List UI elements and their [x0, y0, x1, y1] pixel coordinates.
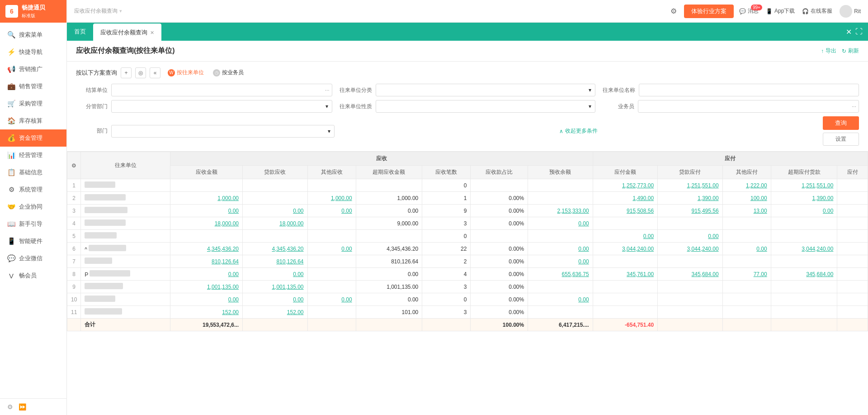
scheme-by-salesperson[interactable]: ◷ 按业务员: [209, 67, 247, 78]
partner-cell: [81, 205, 170, 217]
cell: [356, 230, 422, 243]
ar-count-cell: 4: [422, 268, 471, 281]
sidebar-item-9[interactable]: ⚙系统管理: [0, 181, 66, 198]
row-num: 1: [67, 179, 81, 192]
ar-count-cell: 1: [422, 192, 471, 205]
footer-ar-other: [307, 319, 356, 331]
sidebar-label-10: 企业协同: [19, 203, 42, 211]
filter-grid-row3: 部门 ▾ ∧ 收起更多条件 查询 设置: [76, 116, 859, 146]
cell: 13.00: [722, 205, 771, 217]
th-ap-loan: 贷款应付: [658, 166, 722, 179]
sidebar-item-1[interactable]: ⚡快捷导航: [0, 43, 66, 61]
cell: [170, 179, 243, 192]
partner-name-field[interactable]: [639, 84, 859, 96]
tab-maximize-icon[interactable]: ⛶: [855, 28, 863, 36]
dept-manage-select[interactable]: ▾: [111, 100, 332, 113]
cell: [771, 306, 837, 319]
cell: [837, 306, 868, 319]
sidebar-item-2[interactable]: 📢营销推广: [0, 61, 66, 78]
table-row: 6 ^ 4,345,436.20 4,345,436.20 0.00 4,345…: [67, 243, 868, 255]
filter-dept-manage: 分管部门 ▾: [76, 100, 332, 113]
sidebar-item-5[interactable]: 🏠库存核算: [0, 112, 66, 129]
user-menu[interactable]: Rit: [840, 5, 861, 18]
sidebar-item-0[interactable]: 🔍搜索菜单: [0, 26, 66, 43]
filter-collapse-btn[interactable]: «: [150, 67, 160, 78]
message-button[interactable]: 💬 消息 99+: [739, 7, 759, 15]
tab-home[interactable]: 首页: [67, 23, 93, 41]
ar-pct-cell: 0.00%: [471, 243, 528, 255]
footer-ap-other: [722, 319, 771, 331]
table-row: 2 1,000.00 1,000.00 1,000.00 1 0.00% 1,4…: [67, 192, 868, 205]
partner-cell: P: [81, 268, 170, 281]
sidebar-icon-9: ⚙: [7, 186, 15, 194]
filter-partner-category: 往来单位分类 ▾: [340, 84, 596, 96]
topbar-breadcrumb: 应收应付余额查询 ▾: [74, 7, 665, 15]
sidebar-item-4[interactable]: 🛒采购管理: [0, 95, 66, 112]
ar-count-cell: 3: [422, 281, 471, 293]
table-row: 4 18,000.00 18,000.00 9,000.00 3 0.00% 0…: [67, 217, 868, 230]
th-settings[interactable]: ⚙: [67, 152, 81, 179]
partner-cell: [81, 192, 170, 205]
sidebar-item-7[interactable]: 📊经营管理: [0, 147, 66, 164]
filter-grid-row1: 结算单位 ··· 往来单位分类 ▾ 往来单位: [76, 84, 859, 96]
sidebar-item-6[interactable]: 💰资金管理: [0, 129, 66, 147]
tab-close-window-icon[interactable]: ✕: [846, 28, 852, 36]
tab-bar: 首页 应收应付余额查询 ✕ ✕ ⛶: [67, 23, 868, 41]
dept-select[interactable]: ▾: [111, 125, 335, 138]
collapse-footer-icon[interactable]: ⏩: [19, 403, 26, 410]
settings-icon[interactable]: ⚙: [670, 7, 677, 15]
filter-edit-btn[interactable]: ◎: [135, 67, 146, 78]
sidebar-item-12[interactable]: 📱智能硬件: [0, 233, 66, 250]
online-service-button[interactable]: 🎧 在线客服: [802, 7, 832, 15]
scheme-by-partner[interactable]: W 按往来单位: [164, 67, 208, 78]
sidebar-item-14[interactable]: V畅会员: [0, 267, 66, 284]
promo-button[interactable]: 体验行业方案: [684, 5, 734, 18]
settings-footer-icon[interactable]: ⚙: [7, 403, 13, 410]
export-button[interactable]: ↑ 导出: [821, 47, 836, 55]
cell: [837, 255, 868, 268]
page-header: 应收应付余额查询(按往来单位) ↑ 导出 ↻ 刷新: [67, 41, 868, 62]
topbar-actions: ⚙ 体验行业方案: [670, 5, 734, 18]
ar-count-cell: 3: [422, 306, 471, 319]
salesperson-field[interactable]: [638, 100, 859, 113]
cell: [528, 306, 593, 319]
cell: 1,000.00: [356, 192, 422, 205]
row-num: 4: [67, 217, 81, 230]
refresh-button[interactable]: ↻ 刷新: [842, 47, 859, 55]
salesperson-input-wrap: ···: [638, 100, 859, 113]
filter-dept: 部门 ▾: [76, 125, 335, 138]
sidebar-item-8[interactable]: 📋基础信息: [0, 164, 66, 181]
service-icon: 🎧: [802, 8, 809, 14]
sidebar-item-11[interactable]: 📖新手引导: [0, 215, 66, 233]
query-button[interactable]: 查询: [823, 116, 859, 130]
filter-more-btn[interactable]: ∧ 收起更多条件: [557, 124, 600, 138]
cell: 0.00: [528, 293, 593, 306]
salesperson-dots-icon[interactable]: ···: [852, 103, 856, 110]
ar-count-cell: 9: [422, 205, 471, 217]
filter-add-btn[interactable]: +: [121, 67, 132, 78]
settlement-unit-field[interactable]: [111, 84, 332, 96]
cell: [593, 281, 657, 293]
sidebar-item-13[interactable]: 💬企业微信: [0, 250, 66, 267]
sidebar-label-4: 采购管理: [19, 100, 42, 108]
tab-receivable[interactable]: 应收应付余额查询 ✕: [93, 24, 161, 42]
sidebar-icon-5: 🏠: [7, 117, 15, 125]
partner-name: [89, 245, 126, 251]
partner-category-select[interactable]: ▾: [376, 84, 596, 96]
cell: 100.00: [722, 192, 771, 205]
sidebar-label-7: 经营管理: [19, 151, 42, 159]
footer-ap-loan: [658, 319, 722, 331]
scheme-salesperson-label: 按业务员: [222, 69, 244, 76]
setting-button[interactable]: 设置: [823, 133, 859, 146]
sidebar-item-10[interactable]: 🤝企业协同: [0, 198, 66, 215]
partner-cell: [81, 306, 170, 319]
settlement-unit-dots-icon[interactable]: ···: [325, 87, 330, 93]
partner-nature-select[interactable]: ▾: [376, 100, 596, 113]
sidebar-item-3[interactable]: 💼销售管理: [0, 78, 66, 95]
tab-close-icon[interactable]: ✕: [150, 30, 154, 36]
cell: 1,252,773.00: [593, 179, 657, 192]
ar-count-cell: 0: [422, 293, 471, 306]
cell: 0.00: [243, 268, 307, 281]
cell: 1,000.00: [307, 192, 356, 205]
app-download-button[interactable]: 📱 App下载: [766, 7, 795, 15]
